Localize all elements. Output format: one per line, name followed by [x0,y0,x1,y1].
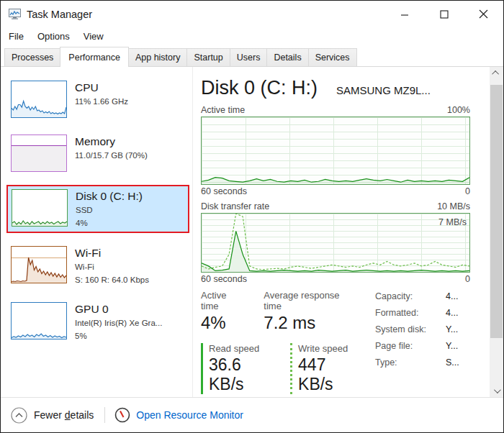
maximize-icon [440,10,449,19]
cpu-sparkline-thumbnail [11,81,67,118]
title-bar[interactable]: Task Manager [1,1,503,27]
memory-title: Memory [75,135,148,148]
sidebar-item-memory[interactable]: Memory 11.0/15.7 GB (70%) [6,131,188,176]
resource-monitor-gauge-icon [114,407,130,423]
fewer-details-button[interactable]: Fewer details [11,407,94,424]
write-speed-value: 447 KB/s [298,355,362,394]
type-row: Type: S... [375,357,470,368]
active-time-chart-max: 100% [447,105,470,115]
disk-properties-list: Capacity: 4... Formatted: 4... System di… [375,290,470,394]
tab-processes[interactable]: Processes [4,48,60,66]
capacity-row: Capacity: 4... [375,291,470,301]
scrollbar-track[interactable] [490,79,503,385]
sidebar-item-wifi[interactable]: Wi-Fi Wi-Fi S: 160 R: 64.0 Kbps [6,242,188,289]
memory-usage-thumbnail [11,135,67,172]
tab-app-history[interactable]: App history [128,48,188,66]
footer-bar: Fewer details Open Resource Monitor [1,397,503,432]
sidebar-item-disk0[interactable]: Disk 0 (C: H:) SSD 4% [6,185,189,233]
active-time-chart [201,117,470,185]
window-title: Task Manager [27,9,92,20]
write-speed-stat: Write speed 447 KB/s [290,343,362,394]
chevron-up-icon [492,70,499,78]
disk-detail-panel: Disk 0 (C: H:) SAMSUNG MZ9L... Active ti… [193,67,490,397]
read-speed-label: Read speed [209,343,277,354]
transfer-rate-chart-max: 10 MB/s [437,201,470,211]
tab-users[interactable]: Users [230,48,268,66]
disk-title: Disk 0 (C: H:) [76,190,143,203]
circled-chevron-up-icon [11,407,27,424]
tab-services[interactable]: Services [308,48,357,66]
disk-percent: 4% [76,218,143,229]
minimize-button[interactable] [384,1,424,27]
scrollbar-thumb[interactable] [490,85,503,338]
avg-response-stat-label: Average response time [264,290,356,311]
sidebar-item-cpu[interactable]: CPU 11% 1.66 GHz [6,77,188,122]
sidebar-item-gpu0[interactable]: GPU 0 Intel(R) Iris(R) Xe Gra... 5% [6,298,188,345]
tab-details[interactable]: Details [266,48,308,66]
fewer-details-label: Fewer details [34,409,94,421]
wifi-adapter: Wi-Fi [75,262,149,273]
maximize-button[interactable] [424,1,464,27]
menu-bar: File Options View [1,27,503,45]
minimize-icon [400,10,409,19]
page-file-row: Page file: Y... [375,341,470,351]
tab-startup[interactable]: Startup [186,48,230,66]
gpu-title: GPU 0 [75,303,162,316]
gpu-percent: 5% [75,331,162,342]
gpu-sparkline-thumbnail [11,302,67,339]
transfer-rate-x-left: 60 seconds [201,274,247,284]
read-speed-stat: Read speed 36.6 KB/s [201,343,277,394]
wifi-sparkline-thumbnail [11,246,67,283]
cpu-title: CPU [75,81,128,94]
menu-view[interactable]: View [84,31,104,42]
wifi-send-receive: S: 160 R: 64.0 Kbps [75,275,149,286]
performance-content: CPU 11% 1.66 GHz Memory 11.0/15.7 GB (70… [1,67,503,397]
gpu-adapter: Intel(R) Iris(R) Xe Gra... [75,318,162,329]
wifi-title: Wi-Fi [75,247,149,260]
transfer-rate-chart-label: Disk transfer rate [201,201,269,211]
disk-transfer-rate-chart: 7 MB/s [201,213,470,273]
disk-model: SAMSUNG MZ9L... [336,84,431,96]
disk-stats: Active time 4% Average response time 7.2… [201,290,470,394]
active-time-chart-label: Active time [201,105,245,115]
menu-options[interactable]: Options [37,31,70,42]
avg-response-stat-value: 7.2 ms [264,313,356,333]
active-time-x-right: 0 [465,186,470,196]
formatted-row: Formatted: 4... [375,308,470,318]
disk-type: SSD [76,205,143,216]
chevron-down-icon [494,386,501,393]
tab-performance[interactable]: Performance [60,47,129,67]
cpu-stats: 11% 1.66 GHz [75,96,128,107]
menu-file[interactable]: File [9,31,24,42]
system-disk-row: System disk: Y... [375,324,470,334]
page-title: Disk 0 (C: H:) [201,77,318,99]
active-time-stat-value: 4% [201,313,245,333]
scroll-up-button[interactable] [490,67,503,79]
transfer-rate-inner-scale: 7 MB/s [438,217,467,227]
task-manager-window: Task Manager File Options View Processes… [0,0,504,433]
task-manager-app-icon [9,9,21,19]
open-resource-monitor-link[interactable]: Open Resource Monitor [114,407,243,423]
scroll-down-button[interactable] [490,385,503,397]
active-time-x-left: 60 seconds [201,186,247,196]
footer-separator [104,407,105,423]
close-icon [479,9,488,19]
read-speed-value: 36.6 KB/s [209,355,277,394]
vertical-scrollbar[interactable] [490,67,503,397]
tab-strip: Processes Performance App history Startu… [1,45,503,67]
open-resource-monitor-label: Open Resource Monitor [136,409,243,421]
transfer-rate-x-right: 0 [465,274,470,284]
write-speed-label: Write speed [298,343,362,354]
close-button[interactable] [464,1,503,27]
active-time-stat-label: Active time [201,290,245,311]
memory-stats: 11.0/15.7 GB (70%) [75,150,148,161]
performance-sidebar: CPU 11% 1.66 GHz Memory 11.0/15.7 GB (70… [1,67,193,397]
disk-sparkline-thumbnail [12,189,68,227]
